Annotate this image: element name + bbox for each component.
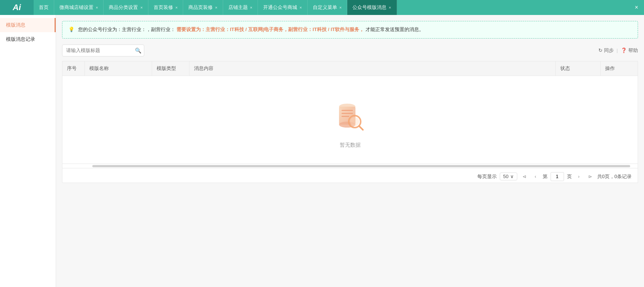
page-di-label: 第	[543, 173, 548, 180]
scrollbar-track[interactable]	[92, 165, 630, 167]
sidebar-item-1[interactable]: 模版消息记录	[0, 32, 56, 46]
page-size-label: 每页显示	[477, 173, 497, 180]
sidebar-item-0[interactable]: 模版消息	[0, 18, 56, 32]
notice-suffix: 才能正常发送预置的消息。	[366, 27, 424, 32]
search-icon[interactable]: 🔍	[135, 48, 141, 54]
table-header-3: 消息内容	[189, 61, 556, 76]
table-header-2: 模版类型	[152, 61, 189, 76]
nav-tab-0[interactable]: 首页	[34, 0, 54, 15]
nav-tab-close-button[interactable]: ×	[250, 5, 252, 10]
empty-icon	[332, 98, 369, 136]
notice-icon: 💡	[68, 27, 74, 32]
nav-tab-8[interactable]: 公众号模版消息×	[347, 0, 397, 15]
nav-tab-label: 首页装修	[154, 4, 173, 11]
search-left: 🔍	[62, 45, 144, 57]
pagination: 每页显示 50 ∨ ⊲ ‹ 第 页 › ⊳ 共0页，0条记录	[62, 168, 638, 183]
table-header-1: 模版名称	[85, 61, 152, 76]
help-label: 帮助	[628, 47, 638, 54]
nav-tab-2[interactable]: 商品分类设置×	[104, 0, 148, 15]
nav-tab-close-button[interactable]: ×	[140, 5, 142, 10]
empty-text: 暂无数据	[340, 142, 361, 149]
top-navigation: Ai 首页微商城店铺设置×商品分类设置×首页装修×商品页装修×店铺主题×开通公众…	[0, 0, 644, 15]
sidebar: 模版消息模版消息记录	[0, 15, 56, 287]
main-layout: 模版消息模版消息记录 💡 您的公众号行业为：主营行业：，副营行业： 需要设置为：…	[0, 15, 644, 287]
nav-tab-4[interactable]: 商品页装修×	[183, 0, 223, 15]
table-header-5: 操作	[601, 61, 638, 76]
nav-tab-close-button[interactable]: ×	[215, 5, 217, 10]
sync-label: 同步	[604, 47, 614, 54]
nav-tab-7[interactable]: 自定义菜单×	[308, 0, 347, 15]
nav-tab-label: 开通公众号商城	[263, 4, 297, 11]
nav-tab-3[interactable]: 首页装修×	[148, 0, 183, 15]
nav-tab-close-button[interactable]: ×	[96, 5, 98, 10]
current-page-input[interactable]	[551, 172, 564, 181]
nav-tab-close-button[interactable]: ×	[299, 5, 302, 10]
nav-tab-label: 店铺主题	[228, 4, 248, 11]
page-size-value: 50	[503, 174, 508, 179]
notice-highlight: 需要设置为：主营行业：IT科技 / 互联网|电子商务，副营行业：IT科技 / I…	[176, 27, 364, 32]
next-page-button[interactable]: ›	[575, 172, 583, 181]
total-info: 共0页，0条记录	[597, 173, 632, 180]
close-all-tabs-button[interactable]: ×	[629, 0, 644, 15]
search-input[interactable]	[62, 45, 144, 57]
table-header-4: 状态	[556, 61, 601, 76]
data-table: 序号模版名称模版类型消息内容状态操作	[62, 61, 638, 76]
nav-tab-label: 商品分类设置	[109, 4, 138, 11]
help-icon: ❓	[621, 48, 627, 53]
nav-tab-close-button[interactable]: ×	[175, 5, 178, 10]
nav-tab-5[interactable]: 店铺主题×	[223, 0, 258, 15]
empty-state: 暂无数据	[62, 76, 638, 164]
page-label: 页	[567, 173, 572, 180]
divider: |	[617, 48, 618, 53]
nav-tab-label: 微商城店铺设置	[59, 4, 93, 11]
search-right: ↻ 同步 | ❓ 帮助	[598, 47, 638, 54]
search-input-wrap: 🔍	[62, 45, 144, 57]
nav-tab-label: 自定义菜单	[313, 4, 337, 11]
nav-tab-close-button[interactable]: ×	[389, 5, 391, 10]
help-button[interactable]: ❓ 帮助	[621, 47, 638, 54]
nav-tab-1[interactable]: 微商城店铺设置×	[54, 0, 104, 15]
search-bar: 🔍 ↻ 同步 | ❓ 帮助	[62, 45, 638, 57]
app-logo: Ai	[0, 0, 34, 15]
page-size-chevron: ∨	[510, 174, 514, 179]
nav-tab-6[interactable]: 开通公众号商城×	[258, 0, 307, 15]
sync-icon: ↻	[598, 48, 603, 53]
nav-tab-close-button[interactable]: ×	[339, 5, 342, 10]
scrollbar-area[interactable]	[62, 164, 638, 168]
nav-tab-label: 首页	[39, 4, 49, 11]
nav-tab-label: 商品页装修	[188, 4, 213, 11]
svg-line-8	[359, 126, 363, 130]
notice-bar: 💡 您的公众号行业为：主营行业：，副营行业： 需要设置为：主营行业：IT科技 /…	[62, 21, 638, 39]
nav-tab-label: 公众号模版消息	[352, 4, 386, 11]
nav-tabs: 首页微商城店铺设置×商品分类设置×首页装修×商品页装修×店铺主题×开通公众号商城…	[34, 0, 629, 15]
main-content: 💡 您的公众号行业为：主营行业：，副营行业： 需要设置为：主营行业：IT科技 /…	[56, 15, 644, 287]
prev-page-button[interactable]: ‹	[531, 172, 540, 181]
sync-button[interactable]: ↻ 同步	[598, 47, 614, 54]
svg-point-7	[350, 117, 359, 126]
table-header-0: 序号	[62, 61, 85, 76]
first-page-button[interactable]: ⊲	[520, 172, 529, 181]
last-page-button[interactable]: ⊳	[586, 172, 594, 181]
notice-prefix: 您的公众号行业为：主营行业：，副营行业：	[78, 27, 175, 32]
page-size-selector[interactable]: 50 ∨	[500, 172, 517, 180]
